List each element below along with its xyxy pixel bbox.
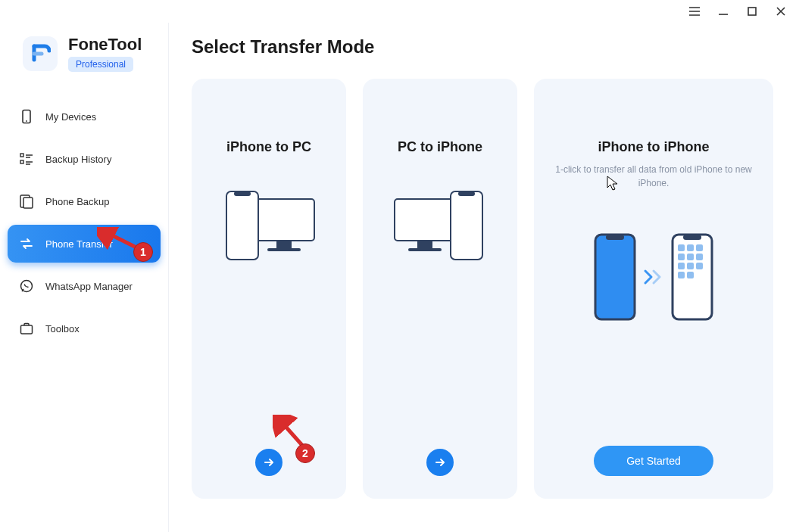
sidebar-item-label: Backup History <box>45 154 111 165</box>
chat-icon <box>18 278 35 294</box>
svg-rect-19 <box>595 235 635 319</box>
toolbox-icon <box>18 320 35 337</box>
svg-rect-6 <box>23 198 33 208</box>
svg-rect-24 <box>687 244 694 251</box>
svg-rect-32 <box>678 272 685 278</box>
brand: FoneTool Professional <box>8 29 161 90</box>
list-icon <box>18 151 35 167</box>
sidebar-item-label: Phone Transfer <box>45 238 113 250</box>
svg-rect-12 <box>226 191 258 260</box>
sidebar-item-label: WhatsApp Manager <box>45 281 133 292</box>
card-title: iPhone to PC <box>205 139 332 155</box>
svg-rect-10 <box>276 241 292 248</box>
svg-rect-25 <box>696 244 703 251</box>
brand-logo <box>23 36 58 71</box>
card-title: iPhone to iPhone <box>548 139 760 155</box>
backup-icon <box>18 193 35 210</box>
maximize-icon[interactable] <box>746 5 758 17</box>
sidebar-item-toolbox[interactable]: Toolbox <box>8 310 161 347</box>
chevron-right-icon <box>643 268 664 286</box>
go-button-iphone-to-pc[interactable] <box>255 449 283 476</box>
sidebar-item-label: Toolbox <box>45 323 80 334</box>
illustration-pc-to-iphone <box>376 188 504 264</box>
sidebar-item-whatsapp-manager[interactable]: WhatsApp Manager <box>8 267 161 305</box>
svg-rect-8 <box>21 325 33 334</box>
svg-rect-0 <box>748 8 756 15</box>
svg-rect-3 <box>20 154 23 157</box>
svg-rect-14 <box>395 199 455 241</box>
svg-rect-15 <box>417 241 432 248</box>
svg-rect-18 <box>458 191 475 196</box>
annotation-badge-2: 2 <box>295 443 315 463</box>
svg-rect-16 <box>408 248 442 251</box>
svg-rect-9 <box>254 199 314 241</box>
svg-rect-27 <box>687 254 694 260</box>
page-title: Select Transfer Mode <box>192 36 773 58</box>
close-icon[interactable] <box>775 5 787 17</box>
svg-rect-23 <box>678 244 685 251</box>
svg-rect-20 <box>606 235 624 240</box>
card-pc-to-iphone[interactable]: PC to iPhone <box>363 79 517 499</box>
svg-rect-4 <box>20 160 23 163</box>
transfer-icon <box>18 235 35 252</box>
minimize-icon[interactable] <box>717 5 729 17</box>
svg-rect-17 <box>451 191 482 260</box>
svg-rect-31 <box>696 263 703 269</box>
illustration-iphone-to-iphone <box>548 232 760 322</box>
svg-rect-26 <box>678 254 685 260</box>
device-icon <box>18 108 35 125</box>
card-title: PC to iPhone <box>376 139 504 155</box>
brand-badge: Professional <box>68 57 133 72</box>
arrow-right-icon <box>434 456 446 468</box>
arrow-right-icon <box>263 456 275 468</box>
card-desc: 1-click to transfer all data from old iP… <box>548 163 760 190</box>
button-label: Get Started <box>626 455 681 467</box>
hamburger-icon[interactable] <box>688 5 701 17</box>
svg-rect-11 <box>267 248 301 251</box>
brand-name: FoneTool <box>68 35 142 54</box>
card-iphone-to-pc[interactable]: iPhone to PC <box>192 79 346 499</box>
get-started-button[interactable]: Get Started <box>594 446 713 476</box>
sidebar-item-label: My Devices <box>45 111 96 123</box>
svg-rect-29 <box>678 263 685 269</box>
svg-rect-33 <box>687 272 694 278</box>
sidebar-item-my-devices[interactable]: My Devices <box>8 98 161 135</box>
sidebar-item-label: Phone Backup <box>45 196 110 207</box>
sidebar-item-phone-backup[interactable]: Phone Backup <box>8 182 161 220</box>
svg-point-2 <box>26 120 27 122</box>
svg-rect-30 <box>687 263 694 269</box>
go-button-pc-to-iphone[interactable] <box>426 449 454 476</box>
annotation-badge-1: 1 <box>133 242 153 262</box>
svg-rect-22 <box>683 235 701 240</box>
svg-rect-28 <box>696 254 703 260</box>
illustration-iphone-to-pc <box>205 188 332 264</box>
svg-rect-13 <box>234 191 251 196</box>
card-iphone-to-iphone[interactable]: iPhone to iPhone 1-click to transfer all… <box>534 79 773 499</box>
sidebar-item-backup-history[interactable]: Backup History <box>8 140 161 178</box>
